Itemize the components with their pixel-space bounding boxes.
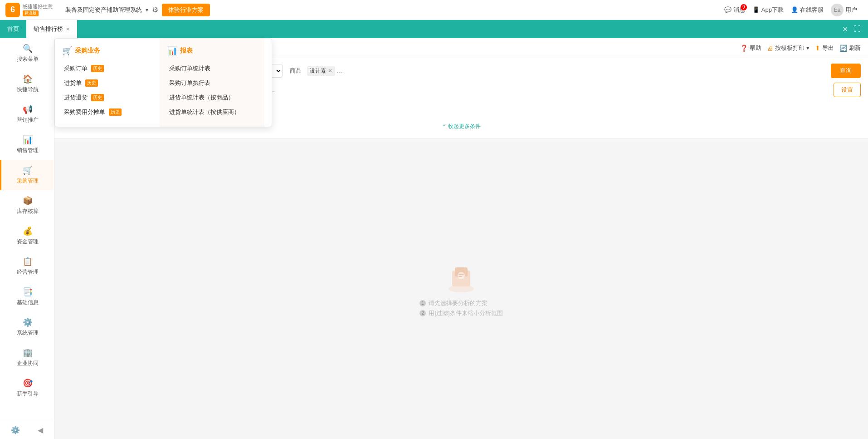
- report-title-text: 报表: [180, 47, 193, 55]
- sidebar-bottom: ⚙️ ◀: [0, 421, 54, 439]
- sidebar-label-operations: 经营管理: [17, 268, 39, 276]
- dropdown-item-po-exec[interactable]: 采购订单执行表: [167, 76, 265, 90]
- tab-home-label: 首页: [7, 25, 19, 33]
- messages-badge: 9: [741, 4, 747, 10]
- svg-rect-5: [458, 276, 462, 277]
- tab-bar: 首页 销售排行榜 ✕ ✕ ⛶: [0, 20, 868, 38]
- user-avatar: Ea: [831, 4, 844, 16]
- empty-tip-1: 1 请先选择要分析的方案: [419, 299, 502, 307]
- empty-tip-1-text: 请先选择要分析的方案: [429, 299, 488, 307]
- sidebar-item-quick-nav[interactable]: 🏠 快捷导航: [0, 69, 54, 99]
- sidebar-item-inventory[interactable]: 📦 库存核算: [0, 190, 54, 221]
- query-button[interactable]: 查询: [831, 64, 861, 78]
- logo-title: 畅捷通好生意: [23, 3, 53, 10]
- online-service-label: 在线客服: [800, 6, 824, 14]
- tab-minimize-button[interactable]: ✕: [840, 25, 850, 34]
- sidebar-item-enterprise[interactable]: 🏢 企业协同: [0, 342, 54, 373]
- online-service-button[interactable]: 👤 在线客服: [791, 6, 824, 14]
- sidebar-item-search[interactable]: 🔍 搜索菜单: [0, 38, 54, 69]
- help-label: 帮助: [750, 44, 761, 52]
- tab-sales-rank[interactable]: 销售排行榜 ✕: [26, 20, 77, 38]
- dropdown-purchase-title: 🛒 采购业务: [62, 46, 160, 56]
- print-label: 按模板打印: [775, 44, 805, 52]
- main-layout: 🔍 搜索菜单 🏠 快捷导航 📢 营销推广 📊 销售管理 🛒 采购管理 📦 库存核…: [0, 38, 868, 439]
- print-button[interactable]: 🖨 按模板打印 ▾: [767, 44, 809, 52]
- goods-tag-close[interactable]: ✕: [328, 68, 332, 74]
- dropdown-item-inbound-stats-supplier[interactable]: 进货单统计表（按供应商）: [167, 105, 265, 119]
- help-button[interactable]: ❓ 帮助: [740, 44, 761, 52]
- refresh-button[interactable]: 🔄 刷新: [839, 44, 861, 52]
- tab-close-button[interactable]: ✕: [66, 26, 70, 32]
- dropdown-item-inbound[interactable]: 进货单 历史: [62, 76, 160, 90]
- dropdown-item-purchase-order[interactable]: 采购订单 历史: [62, 61, 160, 76]
- svg-rect-4: [458, 274, 464, 275]
- tab-actions: ✕ ⛶: [840, 25, 868, 34]
- messages-button[interactable]: 💬 消息 9: [724, 6, 745, 14]
- sidebar-item-operations[interactable]: 📋 经营管理: [0, 251, 54, 281]
- dropdown-item-po-stats[interactable]: 采购订单统计表: [167, 61, 265, 76]
- history-badge-4: 历史: [109, 109, 122, 116]
- dropdown-col-report: 📊 报表 采购订单统计表 采购订单执行表 进货单统计表（按商品） 进货单统计表（…: [160, 39, 265, 127]
- user-menu-button[interactable]: Ea 用户: [831, 4, 857, 16]
- svg-point-3: [458, 272, 465, 279]
- sidebar-item-basic-info[interactable]: 📑 基础信息: [0, 281, 54, 312]
- phone-icon: 📱: [752, 6, 760, 13]
- empty-tips: 1 请先选择要分析的方案 2 用[过滤]条件来缩小分析范围: [419, 299, 502, 319]
- tip-dot-1: 1: [419, 300, 426, 306]
- logo-icon: 6: [5, 3, 20, 17]
- tab-sales-rank-label: 销售排行榜: [34, 25, 63, 33]
- goods-tag-value: 设计素: [310, 67, 326, 75]
- header-right: 💬 消息 9 📱 App下载 👤 在线客服 Ea 用户: [724, 4, 857, 16]
- tip-dot-2: 2: [419, 310, 426, 316]
- export-label: 导出: [822, 44, 834, 52]
- history-badge-2: 历史: [85, 79, 98, 87]
- empty-tip-2: 2 用[过滤]条件来缩小分析范围: [419, 309, 502, 317]
- dropdown-col-purchase: 🛒 采购业务 采购订单 历史 进货单 历史 进货退货 历史 采购费用分摊单 历史: [62, 46, 160, 119]
- tab-home[interactable]: 首页: [0, 20, 26, 38]
- sidebar-label-basic-info: 基础信息: [17, 299, 39, 306]
- home-icon: 🏠: [23, 74, 33, 84]
- export-button[interactable]: ⬆ 导出: [815, 44, 834, 52]
- empty-state: 1 请先选择要分析的方案 2 用[过滤]条件来缩小分析范围: [54, 139, 868, 439]
- sidebar-label-enterprise: 企业协同: [17, 360, 39, 367]
- sidebar-item-guide[interactable]: 🎯 新手引导: [0, 373, 54, 403]
- dropdown-item-inbound-stats-goods[interactable]: 进货单统计表（按商品）: [167, 90, 265, 105]
- tab-expand-button[interactable]: ⛶: [852, 25, 863, 33]
- sidebar-label-guide: 新手引导: [17, 390, 39, 398]
- collapse-up-icon: ⌃: [442, 123, 446, 130]
- system-dropdown-button[interactable]: ▾: [146, 7, 148, 13]
- sidebar-item-sales[interactable]: 📊 销售管理: [0, 129, 54, 160]
- industry-button[interactable]: 体验行业方案: [162, 4, 210, 16]
- app-download-button[interactable]: 📱 App下载: [752, 6, 784, 14]
- dropdown-item-purchase-expense[interactable]: 采购费用分摊单 历史: [62, 105, 160, 119]
- message-icon: 💬: [724, 6, 731, 13]
- collapse-label: 收起更多条件: [448, 123, 481, 130]
- goods-filter-dots[interactable]: ...: [337, 67, 343, 75]
- system-icon: ⚙️: [23, 317, 33, 327]
- sidebar-item-marketing[interactable]: 📢 营销推广: [0, 99, 54, 129]
- refresh-label: 刷新: [849, 44, 861, 52]
- refresh-icon: 🔄: [839, 44, 847, 52]
- goods-label: 商品: [290, 67, 302, 75]
- sidebar-collapse-button[interactable]: ◀: [38, 426, 43, 434]
- purchase-title-icon: 🛒: [62, 46, 72, 56]
- logo-text: 畅捷通好生意 标准版: [23, 3, 53, 17]
- sidebar-item-purchase[interactable]: 🛒 采购管理: [0, 160, 54, 190]
- empty-tip-2-text: 用[过滤]条件来缩小分析范围: [429, 309, 502, 317]
- sidebar-item-finance[interactable]: 💰 资金管理: [0, 221, 54, 251]
- dropdown-item-inbound-return[interactable]: 进货退货 历史: [62, 90, 160, 105]
- goods-tag: 设计素 ✕: [307, 66, 335, 76]
- purchase-title-text: 采购业务: [75, 47, 100, 55]
- user-label: 用户: [845, 6, 857, 14]
- logo-area: 6 畅捷通好生意 标准版: [5, 3, 60, 17]
- settings-button[interactable]: 设置: [834, 83, 861, 97]
- sidebar-item-system[interactable]: ⚙️ 系统管理: [0, 312, 54, 342]
- dropdown-report-title: 📊 报表: [167, 46, 265, 56]
- system-settings-button[interactable]: ⚙: [152, 5, 158, 14]
- empty-illustration: [443, 259, 479, 296]
- basic-info-icon: 📑: [23, 287, 33, 297]
- history-badge-1: 历史: [91, 65, 104, 72]
- sidebar-settings-button[interactable]: ⚙️: [11, 426, 20, 434]
- logo-badge: 标准版: [23, 10, 39, 17]
- finance-icon: 💰: [23, 226, 33, 236]
